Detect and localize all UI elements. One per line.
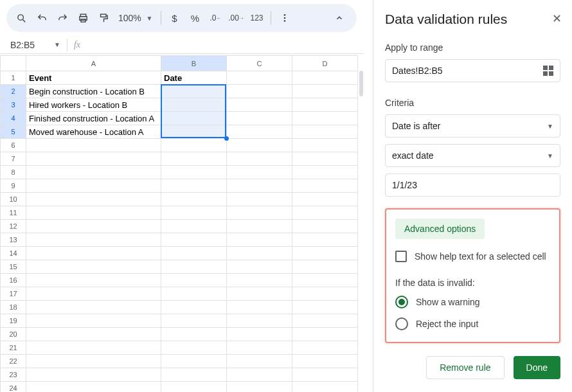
paint-format-icon[interactable] bbox=[94, 8, 113, 28]
row-header[interactable]: 21 bbox=[1, 341, 26, 355]
close-icon[interactable]: ✕ bbox=[552, 12, 562, 26]
show-warning-radio[interactable] bbox=[395, 296, 408, 308]
percent-icon[interactable]: % bbox=[186, 8, 205, 28]
col-header-A[interactable]: A bbox=[26, 56, 161, 71]
date-input[interactable]: 1/1/23 bbox=[385, 174, 560, 197]
selection-handle[interactable] bbox=[224, 136, 229, 141]
advanced-options-section: Advanced options Show help text for a se… bbox=[385, 208, 560, 343]
chevron-down-icon: ▼ bbox=[147, 15, 153, 22]
svg-point-8 bbox=[283, 20, 285, 22]
cell[interactable] bbox=[227, 125, 292, 139]
cell[interactable] bbox=[161, 125, 227, 139]
advanced-options-button[interactable]: Advanced options bbox=[395, 218, 485, 239]
row-header[interactable]: 1 bbox=[1, 71, 26, 85]
cell[interactable] bbox=[292, 85, 358, 98]
criteria-type-select[interactable]: Date is after ▼ bbox=[385, 114, 560, 138]
cell[interactable] bbox=[227, 85, 292, 98]
row-header[interactable]: 20 bbox=[1, 328, 26, 341]
col-header-D[interactable]: D bbox=[292, 56, 358, 71]
increase-decimal-icon[interactable]: .00→ bbox=[227, 8, 246, 28]
row-header[interactable]: 13 bbox=[1, 233, 26, 247]
undo-icon[interactable] bbox=[32, 8, 51, 28]
row-header[interactable]: 24 bbox=[1, 382, 26, 393]
cell[interactable]: Moved warehouse - Location A bbox=[26, 125, 161, 139]
chevron-down-icon[interactable]: ▼ bbox=[54, 41, 60, 48]
cell[interactable]: Hired workers - Location B bbox=[26, 98, 161, 112]
col-header-B[interactable]: B bbox=[161, 56, 227, 71]
reject-input-radio[interactable] bbox=[395, 317, 408, 330]
svg-point-0 bbox=[17, 14, 22, 19]
row-header[interactable]: 15 bbox=[1, 260, 26, 274]
row-header[interactable]: 14 bbox=[1, 247, 26, 260]
print-icon[interactable] bbox=[73, 8, 93, 28]
cell[interactable] bbox=[161, 98, 227, 112]
scrollbar[interactable] bbox=[359, 71, 363, 96]
cell[interactable]: Event bbox=[26, 71, 161, 85]
range-input[interactable]: Dates!B2:B5 bbox=[385, 59, 560, 82]
row-header[interactable]: 6 bbox=[1, 139, 26, 152]
more-formats-icon[interactable]: 123 bbox=[247, 8, 267, 28]
currency-icon[interactable]: $ bbox=[165, 8, 184, 28]
cell[interactable] bbox=[292, 98, 358, 112]
row-header[interactable]: 8 bbox=[1, 166, 26, 179]
redo-icon[interactable] bbox=[53, 8, 72, 28]
row-header[interactable]: 2 bbox=[1, 85, 26, 98]
decrease-decimal-icon[interactable]: .0← bbox=[206, 8, 226, 28]
zoom-select[interactable]: 100% ▼ bbox=[114, 13, 157, 23]
done-button[interactable]: Done bbox=[514, 356, 560, 379]
cell[interactable] bbox=[227, 112, 292, 125]
collapse-toolbar-icon[interactable] bbox=[330, 8, 349, 28]
criteria-value: Date is after bbox=[392, 121, 440, 131]
row-header[interactable]: 16 bbox=[1, 274, 26, 287]
range-value: Dates!B2:B5 bbox=[392, 66, 443, 76]
row-header[interactable]: 23 bbox=[1, 368, 26, 382]
row-header[interactable]: 3 bbox=[1, 98, 26, 112]
apply-to-range-label: Apply to range bbox=[385, 42, 560, 53]
select-all-corner[interactable] bbox=[1, 56, 26, 71]
criteria-label: Criteria bbox=[385, 98, 560, 108]
row-header[interactable]: 22 bbox=[1, 355, 26, 368]
cell[interactable] bbox=[292, 112, 358, 125]
separator bbox=[271, 11, 271, 25]
name-box[interactable]: B2:B5 bbox=[10, 40, 51, 50]
fx-icon: fx bbox=[74, 40, 80, 50]
row-header[interactable]: 4 bbox=[1, 112, 26, 125]
cell[interactable] bbox=[292, 71, 358, 85]
help-text-checkbox[interactable] bbox=[395, 251, 407, 262]
row-header[interactable]: 10 bbox=[1, 193, 26, 206]
criteria-subtype-select[interactable]: exact date ▼ bbox=[385, 144, 560, 167]
col-header-C[interactable]: C bbox=[227, 56, 292, 71]
chevron-down-icon: ▼ bbox=[547, 123, 553, 130]
criteria-subvalue: exact date bbox=[392, 150, 434, 161]
zoom-value: 100% bbox=[118, 13, 141, 23]
svg-line-1 bbox=[22, 19, 25, 22]
formula-bar: B2:B5 ▼ fx bbox=[0, 36, 363, 54]
show-warning-label: Show a warning bbox=[416, 297, 480, 307]
data-validation-panel: Data validation rules ✕ Apply to range D… bbox=[373, 0, 572, 392]
row-header[interactable]: 7 bbox=[1, 152, 26, 166]
row-header[interactable]: 18 bbox=[1, 301, 26, 314]
grid-icon[interactable] bbox=[543, 66, 553, 76]
spreadsheet-grid[interactable]: A B C D 1EventDate 2Begin construction -… bbox=[0, 55, 363, 392]
cell[interactable]: Date bbox=[161, 71, 227, 85]
chevron-down-icon: ▼ bbox=[547, 152, 553, 159]
row-header[interactable]: 19 bbox=[1, 314, 26, 328]
cell[interactable] bbox=[161, 85, 227, 98]
svg-point-7 bbox=[283, 17, 285, 19]
row-header[interactable]: 5 bbox=[1, 125, 26, 139]
row-header[interactable]: 12 bbox=[1, 220, 26, 233]
cell[interactable] bbox=[227, 71, 292, 85]
row-header[interactable]: 17 bbox=[1, 287, 26, 301]
cell[interactable]: Finished construction - Location A bbox=[26, 112, 161, 125]
row-header[interactable]: 9 bbox=[1, 179, 26, 193]
cell[interactable] bbox=[227, 98, 292, 112]
remove-rule-button[interactable]: Remove rule bbox=[426, 356, 504, 379]
separator bbox=[67, 39, 67, 51]
panel-title: Data validation rules bbox=[385, 12, 560, 27]
cell[interactable] bbox=[161, 112, 227, 125]
cell[interactable]: Begin construction - Location B bbox=[26, 85, 161, 98]
search-icon[interactable] bbox=[12, 8, 31, 28]
cell[interactable] bbox=[292, 125, 358, 139]
row-header[interactable]: 11 bbox=[1, 206, 26, 220]
more-icon[interactable] bbox=[275, 8, 294, 28]
